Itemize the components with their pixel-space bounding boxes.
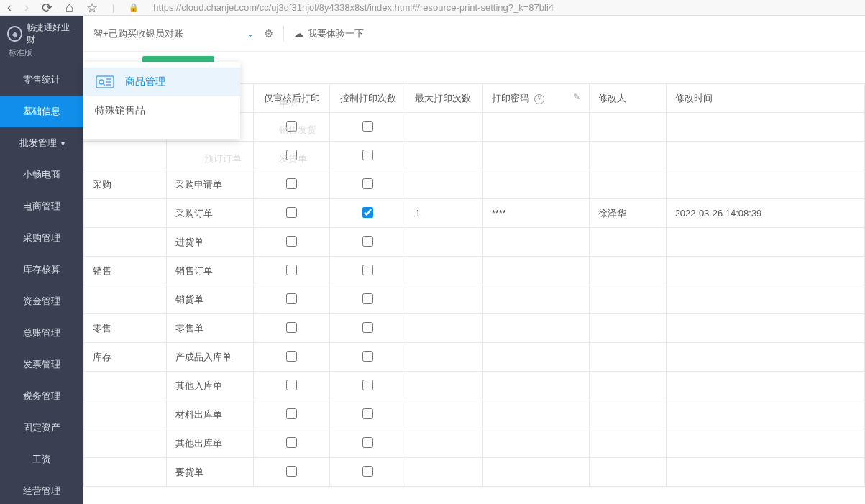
audit-checkbox[interactable] — [286, 380, 297, 390]
cell-pwd[interactable] — [482, 400, 590, 429]
cell-max[interactable] — [406, 429, 482, 458]
audit-checkbox[interactable] — [286, 207, 297, 218]
control-checkbox[interactable] — [362, 236, 373, 247]
audit-checkbox[interactable] — [286, 121, 297, 132]
sidebar-item-9[interactable]: 发票管理 — [0, 349, 83, 380]
cell-max[interactable] — [406, 170, 482, 199]
control-checkbox[interactable] — [362, 121, 373, 132]
cell-pwd[interactable] — [482, 257, 590, 285]
cell-pwd[interactable]: **** — [482, 199, 590, 228]
cell-doctype: 销货单 — [166, 285, 253, 314]
cell-pwd[interactable] — [482, 285, 590, 314]
audit-checkbox[interactable] — [286, 408, 297, 419]
cell-pwd[interactable] — [482, 314, 590, 343]
context-selector-label: 智+已购买收银员对账 — [93, 27, 183, 40]
cell-max[interactable]: 1 — [406, 199, 482, 228]
audit-checkbox[interactable] — [286, 150, 297, 160]
cell-category — [84, 400, 167, 429]
th-max: 最大打印次数 — [406, 84, 482, 113]
cell-max[interactable] — [406, 257, 482, 285]
cell-pwd[interactable] — [482, 429, 590, 458]
cell-category — [84, 458, 167, 487]
sidebar-item-2[interactable]: 批发管理▾ — [0, 127, 83, 159]
url-bar[interactable]: https://cloud.chanjet.com/cc/uj3df31njol… — [153, 2, 858, 13]
help-icon[interactable]: ? — [534, 94, 544, 104]
submenu-item-0[interactable]: 商品管理 — [83, 68, 240, 96]
star-icon[interactable]: ☆ — [86, 0, 98, 16]
audit-checkbox[interactable] — [286, 351, 297, 362]
control-checkbox[interactable] — [362, 351, 373, 362]
cell-pwd[interactable] — [482, 343, 590, 372]
cell-max[interactable] — [406, 400, 482, 429]
cell-modtime — [666, 257, 864, 285]
cell-control — [330, 343, 406, 372]
lock-icon: 🔒 — [129, 3, 139, 12]
sidebar-item-7[interactable]: 资金管理 — [0, 285, 83, 317]
feedback-link[interactable]: ☁ 我要体验一下 — [294, 27, 364, 40]
table-row: 材料出库单 — [84, 400, 865, 429]
cell-pwd[interactable] — [482, 228, 590, 257]
audit-checkbox[interactable] — [286, 322, 297, 333]
sidebar-item-11[interactable]: 固定资产 — [0, 412, 83, 444]
edit-icon[interactable]: ✎ — [573, 92, 580, 102]
cell-max[interactable] — [406, 228, 482, 257]
cell-category: 采购 — [84, 170, 167, 199]
control-checkbox[interactable] — [362, 466, 373, 477]
cell-max[interactable] — [406, 458, 482, 487]
cell-max[interactable] — [406, 314, 482, 343]
gear-icon[interactable]: ⚙ — [264, 27, 273, 40]
cell-pwd[interactable] — [482, 458, 590, 487]
cell-control — [330, 314, 406, 343]
table-container: 仅审核后打印 控制打印次数 最大打印次数 打印密码 ? ✎ 修改人 修改时间 — [83, 83, 865, 504]
control-checkbox[interactable] — [362, 150, 373, 160]
cell-max[interactable] — [406, 113, 482, 142]
cell-max[interactable] — [406, 142, 482, 170]
control-checkbox[interactable] — [362, 265, 373, 275]
cell-control — [330, 285, 406, 314]
cell-max[interactable] — [406, 372, 482, 400]
cell-pwd[interactable] — [482, 170, 590, 199]
context-selector[interactable]: 智+已购买收银员对账 ⌄ — [93, 27, 254, 40]
product-mgmt-icon — [95, 73, 118, 91]
audit-checkbox[interactable] — [286, 236, 297, 247]
control-checkbox[interactable] — [362, 178, 373, 189]
sidebar-item-1[interactable]: 基础信息 — [0, 96, 83, 127]
sidebar-item-12[interactable]: 工资 — [0, 444, 83, 475]
audit-checkbox[interactable] — [286, 265, 297, 275]
sidebar-item-6[interactable]: 库存核算 — [0, 254, 83, 285]
refresh-icon[interactable]: ⟳ — [42, 0, 52, 16]
cell-pwd[interactable] — [482, 372, 590, 400]
cell-modtime — [666, 170, 864, 199]
th-control: 控制打印次数 — [330, 84, 406, 113]
audit-checkbox[interactable] — [286, 293, 297, 304]
submenu-item-1[interactable]: 特殊销售品 — [83, 96, 240, 125]
sidebar-item-13[interactable]: 经营管理 — [0, 475, 83, 504]
audit-checkbox[interactable] — [286, 466, 297, 477]
cell-max[interactable] — [406, 343, 482, 372]
sidebar-item-5[interactable]: 采购管理 — [0, 222, 83, 254]
home-icon[interactable]: ⌂ — [65, 0, 73, 16]
control-checkbox[interactable] — [362, 207, 373, 218]
sidebar-item-8[interactable]: 总账管理 — [0, 317, 83, 349]
forward-icon[interactable]: › — [24, 0, 29, 16]
back-icon[interactable]: ‹ — [7, 0, 12, 16]
brand-logo-icon: ◈ — [7, 26, 22, 42]
control-checkbox[interactable] — [362, 380, 373, 390]
cell-modifier — [590, 458, 666, 487]
control-checkbox[interactable] — [362, 293, 373, 304]
audit-checkbox[interactable] — [286, 437, 297, 448]
cell-pwd[interactable] — [482, 113, 590, 142]
sidebar-item-3[interactable]: 小畅电商 — [0, 159, 83, 191]
sidebar-item-4[interactable]: 电商管理 — [0, 191, 83, 222]
control-checkbox[interactable] — [362, 437, 373, 448]
audit-checkbox[interactable] — [286, 178, 297, 189]
cell-max[interactable] — [406, 285, 482, 314]
control-checkbox[interactable] — [362, 408, 373, 419]
sidebar-item-label: 发票管理 — [23, 358, 60, 371]
sidebar-item-10[interactable]: 税务管理 — [0, 380, 83, 412]
sidebar-item-0[interactable]: 零售统计 — [0, 64, 83, 96]
cell-doctype: 其他入库单 — [166, 372, 253, 400]
control-checkbox[interactable] — [362, 322, 373, 333]
cell-pwd[interactable] — [482, 142, 590, 170]
cell-modtime — [666, 142, 864, 170]
